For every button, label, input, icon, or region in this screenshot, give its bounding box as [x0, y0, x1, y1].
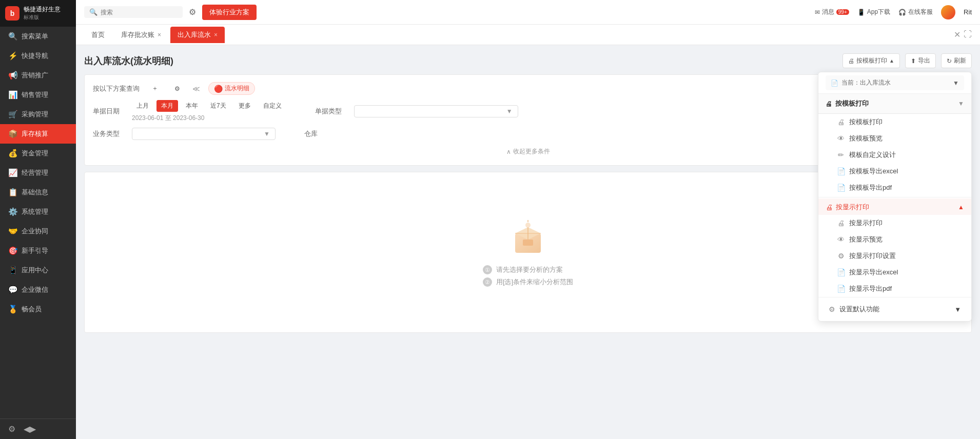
dropdown-display-excel-btn[interactable]: 📄 按显示导出excel [818, 264, 971, 281]
type-select-arrow: ▼ [506, 108, 513, 115]
sidebar-item-newbie[interactable]: 🎯 新手引导 [0, 241, 76, 261]
sidebar-item-marketing[interactable]: 📢 营销推广 [0, 66, 76, 85]
tabbar: 首页 库存批次账 × 出入库流水 × ✕ ⛶ [76, 25, 980, 45]
dropdown-template-custom-btn[interactable]: ✏ 模板自定义设计 [818, 147, 971, 163]
date-btn-custom[interactable]: 自定义 [259, 100, 286, 112]
sidebar-item-quick-nav[interactable]: ⚡ 快捷导航 [0, 46, 76, 66]
tab-home[interactable]: 首页 [84, 27, 112, 43]
step-num-1: ① [483, 265, 492, 274]
content-area: 出入库流水(流水明细) 🖨 按模板打印 ▲ ⬆ 导出 ↻ 刷新 [76, 45, 980, 439]
sidebar-item-collab[interactable]: 🤝 企业协同 [0, 222, 76, 241]
dropdown-display-pdf-btn[interactable]: 📄 按显示导出pdf [818, 281, 971, 297]
sidebar-item-search[interactable]: 🔍 搜索菜单 [0, 27, 76, 46]
biz-select-arrow: ▼ [264, 130, 270, 137]
dropdown-display-print-btn[interactable]: 🖨 按显示打印 [818, 215, 971, 231]
page-actions: 🖨 按模板打印 ▲ ⬆ 导出 ↻ 刷新 [842, 53, 972, 68]
display-pdf-icon: 📄 [837, 285, 845, 293]
chevron-up-icon: ▲ [889, 58, 894, 64]
system-icon: ⚙️ [8, 207, 17, 216]
date-btn-this-month[interactable]: 本月 [156, 100, 178, 112]
date-btn-more[interactable]: 更多 [234, 100, 256, 112]
collapse-more-btn[interactable]: ∧ 收起更多条件 [500, 145, 556, 158]
dropdown-footer-gear-icon: ⚙ [829, 305, 835, 313]
tab-close-cashflow[interactable]: × [214, 31, 218, 38]
print-dropdown-panel: 📄 当前：出入库流水 ▼ 🖨 按模板打印 ▼ 🖨 按模板打印 [818, 72, 972, 322]
date-btn-last-month[interactable]: 上月 [132, 100, 153, 112]
dropdown-set-default-btn[interactable]: ⚙ 设置默认功能 ▼ [826, 302, 964, 317]
flow-tag[interactable]: 🔴 流水明细 [208, 82, 255, 95]
tab-cash-flow[interactable]: 出入库流水 × [170, 27, 225, 43]
page-title: 出入库流水(流水明细) [84, 55, 173, 67]
flow-tag-icon: 🔴 [214, 85, 223, 93]
dropdown-footer: ⚙ 设置默认功能 ▼ [818, 297, 971, 321]
tab-close-batch[interactable]: × [158, 31, 161, 38]
dropdown-display-settings-btn[interactable]: ⚙ 按显示打印设置 [818, 248, 971, 264]
gear-icon-topbar[interactable]: ⚙ [189, 7, 196, 17]
sidebar-item-sales[interactable]: 📊 销售管理 [0, 85, 76, 105]
gear-query-btn[interactable]: ⚙ [170, 83, 184, 94]
sidebar-item-member[interactable]: 🏅 畅会员 [0, 300, 76, 319]
biz-select[interactable]: ▼ [132, 128, 276, 140]
sidebar-item-basic[interactable]: 📋 基础信息 [0, 183, 76, 202]
collapse-sidebar-icon[interactable]: ◀▶ [24, 424, 36, 434]
user-avatar[interactable] [941, 5, 955, 19]
sidebar-item-purchase[interactable]: 🛒 采购管理 [0, 105, 76, 124]
dropdown-template-items: 🖨 按模板打印 👁 按模板预览 ✏ 模板自定义设计 📄 按模板导出excel 📄 [818, 114, 971, 196]
message-icon: ✉ [815, 9, 820, 16]
dropdown-template-pdf-btn[interactable]: 📄 按模板导出pdf [818, 179, 971, 196]
sidebar-item-wechat[interactable]: 💬 企业微信 [0, 280, 76, 300]
empty-step-2: ② 用[选]条件来缩小分析范围 [483, 277, 573, 287]
date-btn-7days[interactable]: 近7天 [206, 100, 231, 112]
date-label: 单据日期 [93, 107, 124, 116]
industry-btn[interactable]: 体验行业方案 [202, 5, 257, 20]
dropdown-display-preview-btn[interactable]: 👁 按显示预览 [818, 231, 971, 248]
search-icon-topbar: 🔍 [89, 8, 97, 16]
refresh-btn[interactable]: ↻ 刷新 [941, 53, 972, 68]
date-range: 2023-06-01 至 2023-06-30 [132, 114, 286, 123]
app-download-btn[interactable]: 📱 App下载 [857, 8, 890, 16]
sidebar-item-inventory[interactable]: 📦 库存核算 [0, 124, 76, 144]
add-query-btn[interactable]: ＋ [148, 82, 162, 95]
date-btn-this-year[interactable]: 本年 [181, 100, 203, 112]
headset-icon: 🎧 [898, 9, 906, 16]
window-close-btn[interactable]: ✕ [954, 30, 961, 39]
dropdown-template-preview-btn[interactable]: 👁 按模板预览 [818, 130, 971, 147]
collab-icon: 🤝 [8, 227, 17, 236]
sidebar-item-system[interactable]: ⚙️ 系统管理 [0, 202, 76, 222]
sidebar-item-apps[interactable]: 📱 应用中心 [0, 261, 76, 280]
dropdown-display-items: 🖨 按显示打印 👁 按显示预览 ⚙ 按显示打印设置 📄 按显示导出excel 📄 [818, 215, 971, 297]
export-icon: ⬆ [911, 57, 916, 65]
empty-step-1: ① 请先选择要分析的方案 [483, 265, 573, 274]
display-excel-icon: 📄 [837, 268, 845, 276]
print-template-btn[interactable]: 🖨 按模板打印 ▲ [842, 53, 900, 68]
template-section-chevron-icon[interactable]: ▼ [958, 100, 964, 107]
dropdown-display-header: 🖨 按显示打印 ▲ [818, 198, 971, 215]
message-btn[interactable]: ✉ 消息 99+ [815, 8, 849, 16]
dropdown-template-excel-btn[interactable]: 📄 按模板导出excel [818, 163, 971, 179]
sidebar-item-finance[interactable]: 💰 资金管理 [0, 144, 76, 163]
topbar-search-box[interactable]: 🔍 [84, 6, 183, 18]
empty-illustration [507, 218, 548, 259]
date-shortcuts: 上月 本月 本年 近7天 更多 自定义 [132, 100, 286, 112]
search-input[interactable] [101, 9, 178, 16]
dropdown-template-print-btn[interactable]: 🖨 按模板打印 [818, 114, 971, 130]
settings-bottom-icon[interactable]: ⚙ [8, 424, 15, 434]
purchase-icon: 🛒 [8, 110, 17, 119]
refresh-icon: ↻ [947, 57, 952, 65]
window-expand-btn[interactable]: ⛶ [964, 30, 972, 39]
sidebar: b 畅捷通好生意 标准版 🔍 搜索菜单 ⚡ 快捷导航 📢 营销推广 📊 销售管理… [0, 0, 76, 439]
sidebar-item-operation[interactable]: 📈 经营管理 [0, 163, 76, 183]
export-btn[interactable]: ⬆ 导出 [905, 53, 936, 68]
basic-icon: 📋 [8, 188, 17, 197]
finance-icon: 💰 [8, 149, 17, 158]
template-print-icon: 🖨 [837, 118, 845, 126]
type-select[interactable]: ▼ [354, 105, 518, 117]
collapse-query-btn[interactable]: ≪ [192, 85, 200, 93]
dropdown-current-item[interactable]: 📄 当前：出入库流水 ▼ [826, 75, 964, 90]
tab-batch-account[interactable]: 库存批次账 × [114, 27, 168, 43]
display-section-chevron-icon[interactable]: ▲ [958, 204, 964, 211]
service-btn[interactable]: 🎧 在线客服 [898, 8, 933, 16]
svg-rect-4 [523, 240, 533, 246]
dropdown-divider [818, 197, 971, 197]
wechat-icon: 💬 [8, 285, 17, 294]
